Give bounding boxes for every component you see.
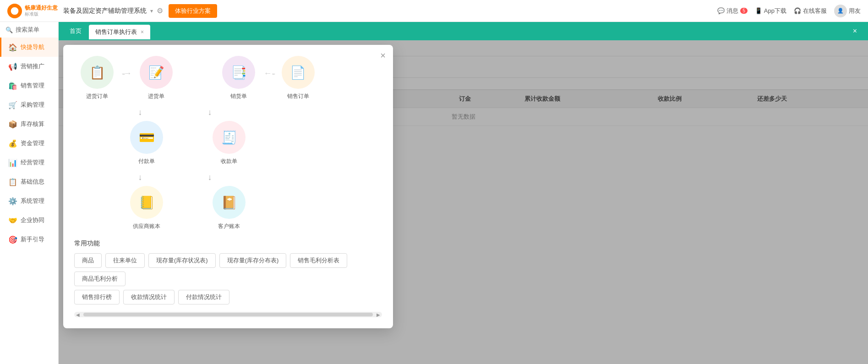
down-arrow-rec: ↓ (208, 173, 212, 182)
experience-button[interactable]: 体验行业方案 (169, 4, 217, 18)
logo-line1: 畅康通好生意 (25, 5, 58, 11)
sales-bill-label: 销货单 (230, 92, 247, 100)
modal-close-button[interactable]: × (380, 50, 386, 61)
func-btn-1[interactable]: 往来单位 (105, 253, 145, 268)
scroll-thumb[interactable] (83, 313, 373, 316)
search-icon: 🔍 (5, 27, 13, 33)
func-btn-4[interactable]: 销售毛利分析表 (290, 253, 347, 268)
func-btn-2[interactable]: 现存量(库存状况表) (148, 253, 216, 268)
customer-ledger-circle: 📔 (213, 186, 246, 219)
app-logo (7, 4, 22, 18)
tab-sales-order[interactable]: 销售订单执行表 × (89, 25, 150, 39)
sidebar-item-operations[interactable]: 📊 经营管理 (0, 153, 58, 172)
search-menu[interactable]: 🔍 搜索菜单 (0, 22, 58, 38)
message-badge: 5 (740, 8, 748, 14)
sidebar-item-quick-nav[interactable]: 🏠 快捷导航 (0, 38, 58, 57)
enterprise-icon: 🤝 (9, 216, 17, 224)
messages-button[interactable]: 💬 消息 5 (717, 7, 748, 15)
user-area[interactable]: 👤 用友 (834, 5, 861, 17)
app-download-button[interactable]: 📱 App下载 (755, 7, 786, 15)
sales-icon: 🛍️ (9, 81, 17, 90)
flow-diagram: 📋 进货订单 - - - - - - → (74, 56, 382, 230)
page-content: ❓ 帮助 🖨️ 按模板打印 ▾ 📤 导出 (59, 40, 868, 364)
receipt-label: 收款单 (221, 158, 237, 165)
sales-order-circle: 📄 (282, 56, 315, 89)
sidebar-item-inventory[interactable]: 📦 库存核算 (0, 114, 58, 134)
guide-icon: 🎯 (9, 235, 17, 244)
function-buttons: 商品 往来单位 现存量(库存状况表) 现存量(库存分布表) 销售毛利分析表 商品… (74, 253, 382, 286)
sidebar-item-marketing[interactable]: 📢 营销推广 (0, 57, 58, 76)
tab-bar: 首页 销售订单执行表 × × (59, 22, 868, 40)
sidebar-item-finance[interactable]: 💰 资金管理 (0, 134, 58, 153)
flow-node-supplier-ledger[interactable]: 📒 供应商账本 (124, 186, 169, 230)
down-arrow-sb: ↓ (208, 108, 212, 117)
sidebar-item-guide[interactable]: 🎯 新手引导 (0, 230, 58, 249)
customer-ledger-label: 客户账本 (218, 223, 240, 230)
finance-icon: 💰 (9, 139, 17, 147)
purchase-order-label: 进货订单 (86, 92, 108, 100)
sales-order-label: 销售订单 (287, 92, 309, 100)
modal-dialog: × 📋 进货订单 (63, 45, 393, 328)
settings-icon[interactable]: ⚙ (157, 6, 163, 15)
flow-node-purchase-bill[interactable]: 📝 进货单 (133, 56, 179, 100)
receipt-circle: 🧾 (213, 121, 246, 154)
tab-home[interactable]: 首页 (62, 22, 89, 40)
svg-point-0 (11, 7, 19, 15)
purchase-icon: 🛒 (9, 101, 17, 109)
func-btn-0[interactable]: 商品 (74, 253, 102, 268)
purchase-bill-circle: 📝 (140, 56, 173, 89)
marketing-icon: 📢 (9, 62, 17, 71)
common-functions: 常用功能 商品 往来单位 现存量(库存状况表) 现存量(库存分布表) 销售毛利分… (74, 239, 382, 304)
func-btn-7[interactable]: 收款情况统计 (123, 290, 175, 304)
payment-label: 付款单 (138, 158, 155, 165)
flow-node-sales-order[interactable]: 📄 销售订单 (275, 56, 321, 100)
sidebar-item-basic-info[interactable]: 📋 基础信息 (0, 172, 58, 191)
logo-line2: 标准版 (25, 11, 58, 17)
online-service-button[interactable]: 🎧 在线客服 (794, 7, 827, 15)
arrow-po-to-pb: - - - - - - → (122, 69, 131, 78)
operations-icon: 📊 (9, 158, 17, 167)
tab-bar-close-icon[interactable]: × (846, 27, 864, 35)
sidebar-item-system[interactable]: ⚙️ 系统管理 (0, 191, 58, 211)
inventory-icon: 📦 (9, 120, 17, 128)
down-arrow-pay: ↓ (138, 173, 142, 182)
scroll-left-arrow[interactable]: ◀ (76, 312, 80, 317)
system-icon: ⚙️ (9, 197, 17, 205)
download-icon: 📱 (755, 7, 762, 14)
payment-circle: 💳 (130, 121, 163, 154)
sidebar-nav: 🏠 快捷导航 📢 营销推广 🛍️ 销售管理 🛒 采购管理 📦 库存 (0, 38, 58, 364)
purchase-order-circle: 📋 (81, 56, 114, 89)
system-dropdown-icon[interactable]: ▾ (150, 8, 153, 14)
flow-node-payment[interactable]: 💳 付款单 (124, 121, 169, 165)
system-title: 装备及固定资产辅助管理系统 (63, 7, 147, 15)
flow-node-purchase-order[interactable]: 📋 进货订单 (74, 56, 120, 100)
sidebar-item-purchase[interactable]: 🛒 采购管理 (0, 95, 58, 114)
flow-node-customer-ledger[interactable]: 📔 客户账本 (206, 186, 252, 230)
func-btn-5[interactable]: 商品毛利分析 (74, 272, 126, 286)
service-icon: 🎧 (794, 7, 801, 14)
home-icon: 🏠 (9, 43, 17, 51)
sidebar-item-sales[interactable]: 🛍️ 销售管理 (0, 76, 58, 95)
logo-area: 畅康通好生意 标准版 (7, 4, 58, 18)
func-btn-8[interactable]: 付款情况统计 (178, 290, 229, 304)
flow-node-receipt[interactable]: 🧾 收款单 (206, 121, 252, 165)
tab-close-icon[interactable]: × (141, 25, 144, 39)
sales-bill-circle: 📑 (222, 56, 255, 89)
func-btn-3[interactable]: 现存量(库存分布表) (219, 253, 287, 268)
basic-icon: 📋 (9, 178, 17, 186)
supplier-ledger-circle: 📒 (130, 186, 163, 219)
flow-node-sales-bill[interactable]: 📑 销货单 (216, 56, 262, 100)
message-icon: 💬 (717, 7, 725, 14)
down-arrow-pb: ↓ (138, 108, 142, 117)
arrow-so-to-sb: ← - - - - - - (263, 69, 273, 78)
scroll-right-arrow[interactable]: ▶ (377, 312, 380, 317)
sidebar-item-enterprise[interactable]: 🤝 企业协同 (0, 211, 58, 230)
top-bar: 畅康通好生意 标准版 装备及固定资产辅助管理系统 ▾ ⚙ 体验行业方案 💬 消息… (0, 0, 868, 22)
content-area: 首页 销售订单执行表 × × ❓ 帮助 (59, 22, 868, 364)
purchase-bill-label: 进货单 (148, 92, 164, 100)
modal-overlay: × 📋 进货订单 (59, 40, 868, 364)
sidebar: 🔍 搜索菜单 🏠 快捷导航 📢 营销推广 🛍️ 销售管理 🛒 (0, 22, 59, 364)
common-functions-title: 常用功能 (74, 239, 382, 248)
func-btn-6[interactable]: 销售排行榜 (74, 290, 120, 304)
modal-scrollbar[interactable]: ◀ ▶ (74, 312, 382, 317)
